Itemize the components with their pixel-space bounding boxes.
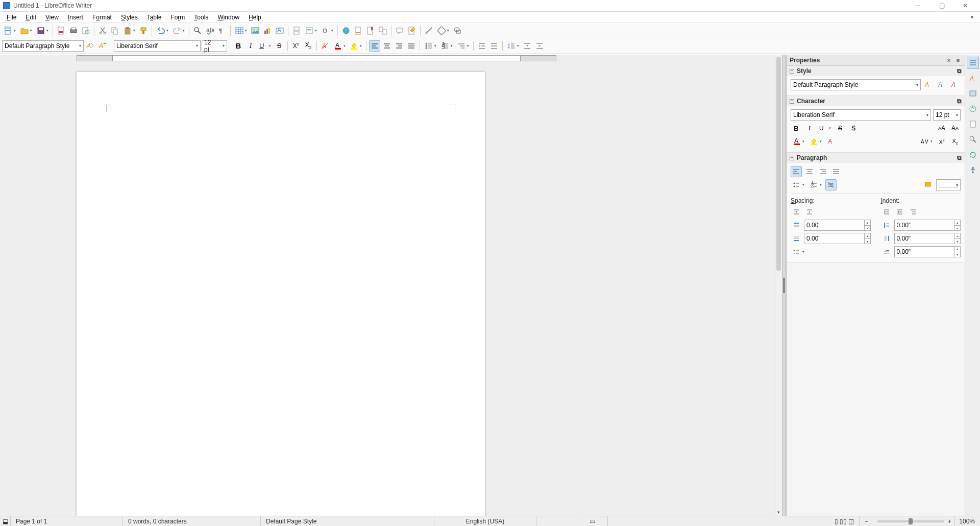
document-area[interactable] [0, 62, 775, 516]
char-grow-button[interactable]: AA [936, 123, 947, 134]
decrease-para-spacing-button[interactable] [534, 40, 545, 52]
formatting-marks-button[interactable]: ¶ [216, 25, 228, 36]
highlight-color-button[interactable] [348, 40, 363, 52]
char-italic-button[interactable]: I [804, 123, 815, 134]
insert-field-button[interactable] [303, 25, 318, 36]
style-edit-button[interactable]: A [949, 79, 961, 90]
zoom-in-button[interactable]: + [948, 518, 954, 525]
insert-footnote-button[interactable] [353, 25, 364, 36]
zoom-slider[interactable] [877, 520, 944, 522]
menu-edit[interactable]: Edit [21, 13, 41, 22]
align-left-button[interactable] [369, 40, 380, 52]
basic-shapes-button[interactable] [435, 25, 451, 36]
decrease-indent-button[interactable] [488, 40, 500, 52]
char-superscript-button[interactable]: X2 [936, 136, 947, 147]
para-nolist-button[interactable] [825, 179, 837, 190]
character-more-icon[interactable]: ⧉ [957, 98, 962, 105]
vertical-scrollbar[interactable]: ▾ [775, 55, 782, 516]
status-page[interactable]: Page 1 of 1 [11, 516, 123, 526]
status-view-buttons[interactable]: ▯ ▯▯ ◫ [829, 516, 860, 526]
paragraph-style-combo[interactable]: Default Paragraph Style [2, 40, 84, 52]
track-changes-button[interactable] [406, 25, 418, 36]
font-color-button[interactable]: A [332, 40, 347, 52]
status-selection-mode[interactable]: ▭ [577, 516, 608, 526]
char-font-color-button[interactable]: A [791, 136, 806, 147]
tab-gallery[interactable] [967, 87, 979, 100]
spacing-below-input[interactable]: 0.00"▴▾ [804, 233, 871, 244]
menu-insert[interactable]: Insert [63, 13, 88, 22]
insert-textbox-button[interactable]: A [274, 25, 285, 36]
indent-decrease-button[interactable] [894, 206, 905, 218]
bullet-list-button[interactable] [423, 40, 438, 52]
clear-formatting-button[interactable]: A [320, 40, 331, 52]
para-align-right-button[interactable] [817, 166, 828, 177]
open-button[interactable] [18, 25, 34, 36]
update-style-button[interactable]: A [85, 40, 96, 52]
strikethrough-button[interactable]: S [274, 40, 285, 52]
para-bullet-button[interactable] [791, 179, 806, 190]
tab-manage-changes[interactable] [967, 149, 979, 161]
paragraph-more-icon[interactable]: ⧉ [957, 154, 962, 161]
menu-view[interactable]: View [41, 13, 63, 22]
style-update-button[interactable]: A [923, 79, 934, 90]
line-spacing-button[interactable] [505, 40, 521, 52]
insert-image-button[interactable] [250, 25, 261, 36]
book-view-icon[interactable]: ◫ [848, 518, 854, 525]
cut-button[interactable] [97, 25, 108, 36]
find-replace-button[interactable] [192, 25, 203, 36]
menu-table[interactable]: Table [142, 13, 166, 22]
multi-page-icon[interactable]: ▯▯ [840, 518, 847, 525]
scrollbar-thumb[interactable] [776, 57, 781, 271]
increase-indent-button[interactable] [476, 40, 487, 52]
para-align-left-button[interactable] [791, 166, 802, 177]
font-name-combo[interactable]: Liberation Serif [114, 40, 201, 52]
indent-after-input[interactable]: 0.00"▴▾ [894, 233, 961, 244]
tab-properties[interactable] [967, 57, 979, 69]
close-button[interactable]: ✕ [953, 0, 977, 12]
new-button[interactable] [2, 25, 17, 36]
bold-button[interactable]: B [233, 40, 244, 52]
menu-form[interactable]: Form [166, 13, 189, 22]
insert-chart-button[interactable] [262, 25, 273, 36]
sidebar-close-icon[interactable]: × [945, 57, 952, 63]
menu-file[interactable]: File [2, 13, 21, 22]
align-justify-button[interactable] [406, 40, 417, 52]
status-language[interactable]: English (USA) [434, 516, 536, 526]
menu-styles[interactable]: Styles [116, 13, 142, 22]
insert-table-button[interactable] [233, 25, 249, 36]
status-words[interactable]: 0 words, 0 characters [123, 516, 261, 526]
status-save-icon[interactable]: ⬓ [0, 516, 11, 526]
menu-window[interactable]: Window [213, 13, 244, 22]
style-new-button[interactable]: A [936, 79, 947, 90]
numbered-list-button[interactable]: 123 [439, 40, 454, 52]
insert-special-char-button[interactable]: Ω [320, 25, 335, 36]
font-size-combo[interactable]: 12 pt [202, 40, 227, 52]
insert-page-break-button[interactable] [291, 25, 302, 36]
page[interactable] [77, 72, 485, 516]
show-draw-functions-button[interactable] [452, 25, 463, 36]
copy-button[interactable] [109, 25, 120, 36]
tab-styles[interactable]: A [967, 72, 979, 84]
paste-button[interactable] [121, 25, 137, 36]
menu-help[interactable]: Help [244, 13, 266, 22]
char-strike-button[interactable]: S [835, 123, 846, 134]
print-preview-button[interactable] [80, 25, 91, 36]
line-spacing-button-side[interactable] [791, 246, 806, 257]
insert-cross-ref-button[interactable] [377, 25, 388, 36]
save-button[interactable] [35, 25, 50, 36]
align-center-button[interactable] [381, 40, 393, 52]
char-bold-button[interactable]: B [791, 123, 802, 134]
para-number-button[interactable]: 12 [808, 179, 823, 190]
underline-button[interactable]: U [257, 40, 273, 52]
char-underline-button[interactable]: U [817, 123, 832, 134]
minimize-button[interactable]: ─ [906, 0, 930, 12]
spacing-decrease-button[interactable] [804, 206, 815, 218]
spacing-increase-button[interactable] [791, 206, 802, 218]
para-bgcolor-button[interactable] [923, 179, 934, 190]
status-insert-mode[interactable] [536, 516, 577, 526]
sidebar-menu-icon[interactable]: ≡ [954, 57, 962, 63]
char-highlight-button[interactable] [808, 136, 823, 147]
document-close-button[interactable]: × [966, 14, 978, 21]
tab-style-inspector[interactable] [967, 133, 979, 146]
zoom-out-button[interactable]: − [860, 516, 873, 526]
